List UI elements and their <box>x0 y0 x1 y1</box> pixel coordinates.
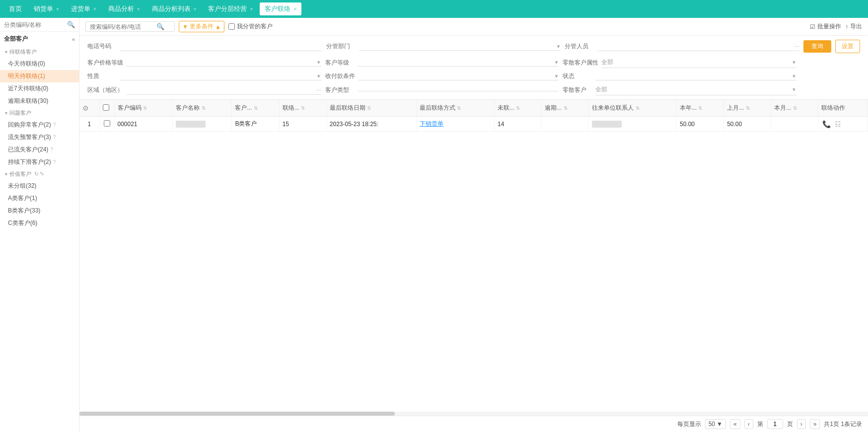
last-page-button[interactable]: » <box>810 419 820 429</box>
nav-analysis-table[interactable]: 商品分析列表 × <box>147 2 202 15</box>
sort-last-date-icon[interactable]: ⇅ <box>367 105 371 111</box>
sort-this-year-icon[interactable]: ⇅ <box>698 105 702 111</box>
close-sales-icon[interactable]: × <box>56 6 59 12</box>
chevron-down-icon-4: ▼ <box>792 60 796 65</box>
sidebar-search-icon[interactable]: 🔍 <box>67 21 75 28</box>
retail-attr-select[interactable]: 全部 ▼ <box>601 57 796 68</box>
page-size-select[interactable]: 50 ▼ <box>705 419 726 429</box>
filter-search-icon[interactable]: 🔍 <box>156 23 164 30</box>
select-all-checkbox[interactable] <box>103 104 109 111</box>
pending-group-label: 待联络客户 <box>9 48 37 56</box>
sort-unit-contact-icon[interactable]: ⇅ <box>636 105 640 111</box>
help-icon-repurchase: ? <box>53 122 56 128</box>
refresh-icon[interactable]: ↻ <box>34 171 39 177</box>
sidebar-item-tomorrow[interactable]: 明天待联络(1) <box>0 70 79 82</box>
nav-analysis[interactable]: 商品分析 × <box>103 2 145 15</box>
nav-customer-seg[interactable]: 客户分层经营 × <box>203 2 258 15</box>
sort-contacts-icon[interactable]: ⇅ <box>301 105 305 111</box>
action-icon-1[interactable]: 📞 <box>822 120 831 128</box>
sidebar-all-customers[interactable]: 全部客户 « <box>0 32 79 46</box>
sidebar-item-declining[interactable]: 持续下滑客户(2) ? <box>0 156 79 168</box>
cell-no-contact: 14 <box>495 117 542 132</box>
nav-purchase[interactable]: 进货单 × <box>66 2 101 15</box>
cell-last-method[interactable]: 下销货单 <box>416 117 494 132</box>
nav-customer-contact[interactable]: 客户联络 × <box>260 2 301 15</box>
chevron-down-icon-3: ▼ <box>554 60 559 65</box>
prev-page-button[interactable]: ‹ <box>744 419 753 429</box>
last-method-link[interactable]: 下销货单 <box>420 120 443 127</box>
close-analysis-icon[interactable]: × <box>137 6 140 12</box>
region-select[interactable]: ··· <box>126 85 321 95</box>
retail-select[interactable]: 全部 ▼ <box>595 84 796 95</box>
filter-field-customer-type: 客户类型 <box>325 86 559 94</box>
sidebar-item-c-class[interactable]: C类客户(6) <box>0 217 79 229</box>
filter-field-retail: 零散客户 全部 ▼ <box>563 84 796 95</box>
nav-home[interactable]: 首页 <box>4 2 27 15</box>
filter-field-customer-level: 客户等级 ▼ <box>325 59 559 67</box>
bulk-ops-button[interactable]: ☑ 批量操作 <box>810 22 841 31</box>
my-customers-checkbox[interactable]: 我分管的客户 <box>228 22 273 31</box>
sort-last-month-icon[interactable]: ⇅ <box>746 105 750 111</box>
cell-overdue <box>542 117 589 132</box>
close-customer-seg-icon[interactable]: × <box>250 6 253 12</box>
sidebar-item-week7[interactable]: 近7天待联络(0) <box>0 82 79 95</box>
sidebar-search-input[interactable] <box>4 21 65 28</box>
edit-icon[interactable]: ✎ <box>40 171 44 177</box>
dots-icon[interactable]: ··· <box>795 43 799 50</box>
sidebar-item-lost-warning[interactable]: 流失预警客户(3) ? <box>0 131 79 144</box>
page-label: 第 <box>757 420 763 429</box>
export-button[interactable]: ↑ 导出 <box>845 22 862 31</box>
dept-select[interactable]: ▼ <box>359 43 561 51</box>
action-icon-2[interactable]: ☷ <box>835 120 841 128</box>
sidebar-item-ungrouped[interactable]: 未分组(32) <box>0 180 79 192</box>
sidebar-item-today[interactable]: 今天待联络(0) <box>0 58 79 70</box>
sort-last-method-icon[interactable]: ⇅ <box>457 105 461 111</box>
row-checkbox[interactable] <box>104 120 110 127</box>
query-button[interactable]: 查询 <box>803 40 831 53</box>
nav-sales[interactable]: 销货单 × <box>29 2 64 15</box>
col-last-month-header: 上月... ⇅ <box>724 100 771 117</box>
more-conditions-button[interactable]: ▼ 更多条件 ▲ <box>179 21 224 32</box>
scrollbar-thumb[interactable] <box>79 412 395 416</box>
page-number-input[interactable] <box>767 419 783 429</box>
sort-type-icon[interactable]: ⇅ <box>254 105 258 111</box>
sort-this-month-icon[interactable]: ⇅ <box>793 105 797 111</box>
settings-button[interactable]: 设置 <box>835 40 860 53</box>
sidebar-item-repurchase[interactable]: 回购异常客户(2) ? <box>0 119 79 131</box>
close-analysis-table-icon[interactable]: × <box>194 6 197 12</box>
chevron-down-icon-7: ▼ <box>792 73 796 79</box>
payment-select[interactable]: ▼ <box>358 72 559 80</box>
sidebar-item-churned[interactable]: 已流失客户(24) ? <box>0 144 79 156</box>
cell-this-month <box>771 117 818 132</box>
col-overdue-header: 逾期... ⇅ <box>542 100 589 117</box>
sidebar-item-b-class[interactable]: B类客户(33) <box>0 205 79 217</box>
dots-icon-2[interactable]: ··· <box>316 86 321 93</box>
filter-field-nature: 性质 ▼ <box>87 72 321 80</box>
price-level-select[interactable]: ▼ <box>126 59 321 67</box>
person-select[interactable]: ··· <box>597 42 799 51</box>
sort-code-icon[interactable]: ⇅ <box>143 105 147 111</box>
close-purchase-icon[interactable]: × <box>93 6 96 12</box>
status-select[interactable]: ▼ <box>595 72 796 80</box>
horizontal-scrollbar[interactable] <box>79 412 868 416</box>
sidebar-item-overdue[interactable]: 逾期未联络(30) <box>0 95 79 107</box>
dept-label: 分管部门 <box>326 42 356 51</box>
first-page-button[interactable]: « <box>730 419 740 429</box>
cell-last-date: 2023-05-23 18:25: <box>326 117 416 132</box>
sort-overdue-icon[interactable]: ⇅ <box>564 105 568 111</box>
cell-checkbox[interactable] <box>99 117 114 132</box>
sidebar-search-box: 🔍 <box>0 18 79 32</box>
customer-level-select[interactable]: ▼ <box>358 59 559 67</box>
sidebar-item-a-class[interactable]: A类客户(1) <box>0 192 79 205</box>
sort-name-icon[interactable]: ⇅ <box>202 105 206 111</box>
next-page-button[interactable]: › <box>797 419 806 429</box>
nature-select[interactable]: ▼ <box>120 72 321 80</box>
customer-type-select[interactable] <box>358 89 559 91</box>
column-settings-icon[interactable]: ⚙ <box>82 104 89 112</box>
phone-input[interactable] <box>120 42 322 51</box>
close-customer-contact-icon[interactable]: × <box>293 6 296 12</box>
my-customers-check-input[interactable] <box>228 23 235 30</box>
sort-no-contact-icon[interactable]: ⇅ <box>516 105 520 111</box>
cell-name <box>173 117 232 132</box>
filter-search-input[interactable] <box>90 23 154 30</box>
